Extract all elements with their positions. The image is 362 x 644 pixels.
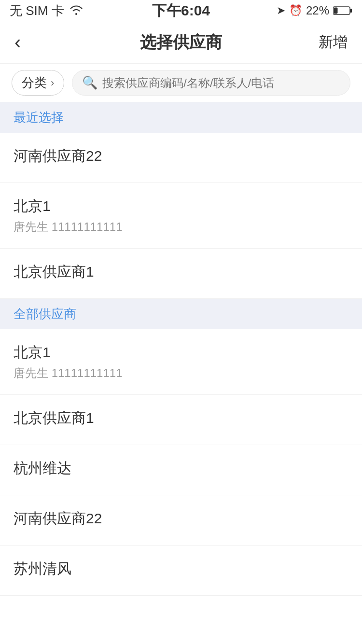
svg-rect-2 bbox=[334, 8, 338, 14]
supplier-name: 北京供应商1 bbox=[14, 408, 348, 428]
supplier-name: 杭州维达 bbox=[14, 459, 348, 478]
supplier-contact: 唐先生 11111111111 bbox=[14, 365, 348, 381]
list-item[interactable]: 北京1 唐先生 11111111111 bbox=[0, 183, 362, 249]
search-icon: 🔍 bbox=[82, 75, 97, 90]
supplier-name: 苏州清风 bbox=[14, 559, 348, 579]
status-bar: 无 SIM 卡 下午6:04 ➤ ⏰ 22% bbox=[0, 0, 362, 21]
chevron-right-icon: › bbox=[51, 77, 54, 89]
list-item[interactable]: 河南供应商22 bbox=[0, 133, 362, 183]
list-item[interactable]: 杭州维达 bbox=[0, 445, 362, 495]
recent-list: 河南供应商22 北京1 唐先生 11111111111北京供应商1 bbox=[0, 133, 362, 299]
status-right: ➤ ⏰ 22% bbox=[277, 4, 352, 17]
all-section-header: 全部供应商 bbox=[0, 299, 362, 329]
supplier-name: 北京1 bbox=[14, 343, 348, 363]
all-section-label: 全部供应商 bbox=[14, 307, 76, 321]
battery-label: 22% bbox=[306, 4, 329, 17]
supplier-name: 河南供应商22 bbox=[14, 509, 348, 529]
supplier-name: 北京供应商1 bbox=[14, 262, 348, 282]
status-left: 无 SIM 卡 bbox=[10, 2, 84, 19]
wifi-icon bbox=[69, 3, 84, 18]
list-item[interactable]: 北京供应商1 bbox=[0, 395, 362, 445]
filter-bar: 分类 › 🔍 bbox=[0, 64, 362, 102]
page-title: 选择供应商 bbox=[140, 31, 222, 54]
battery-icon bbox=[333, 6, 352, 15]
list-item[interactable]: 河南供应商22 bbox=[0, 495, 362, 546]
recent-section-label: 最近选择 bbox=[14, 110, 64, 125]
search-box: 🔍 bbox=[72, 70, 350, 96]
recent-section-header: 最近选择 bbox=[0, 102, 362, 133]
status-time: 下午6:04 bbox=[152, 1, 210, 21]
search-input[interactable] bbox=[102, 76, 340, 90]
nav-bar: ‹ 选择供应商 新增 bbox=[0, 21, 362, 64]
category-label: 分类 bbox=[22, 74, 47, 91]
sim-label: 无 SIM 卡 bbox=[10, 2, 64, 19]
add-button[interactable]: 新增 bbox=[319, 32, 348, 52]
alarm-icon: ⏰ bbox=[289, 4, 302, 17]
all-list: 北京1 唐先生 11111111111北京供应商1 杭州维达 河南供应商22 苏… bbox=[0, 329, 362, 596]
svg-rect-1 bbox=[350, 9, 352, 13]
category-button[interactable]: 分类 › bbox=[12, 70, 64, 96]
back-button[interactable]: ‹ bbox=[14, 31, 43, 53]
supplier-name: 北京1 bbox=[14, 196, 348, 216]
location-icon: ➤ bbox=[277, 4, 285, 17]
list-item[interactable]: 北京1 唐先生 11111111111 bbox=[0, 329, 362, 395]
supplier-name: 河南供应商22 bbox=[14, 146, 348, 166]
list-item[interactable]: 北京供应商1 bbox=[0, 249, 362, 299]
supplier-contact: 唐先生 11111111111 bbox=[14, 219, 348, 235]
list-item[interactable]: 苏州清风 bbox=[0, 546, 362, 596]
